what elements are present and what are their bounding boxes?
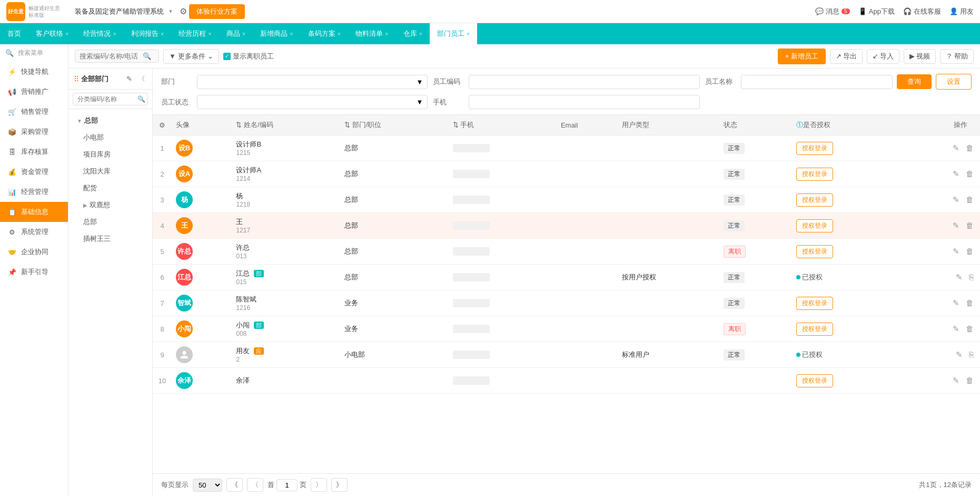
prev-page-button[interactable]: 〈	[247, 478, 263, 492]
copy-button[interactable]: ⎘	[967, 271, 976, 283]
close-icon[interactable]: ×	[338, 31, 341, 37]
dept-item-small-electric[interactable]: 小电部	[68, 129, 152, 146]
close-icon[interactable]: ×	[419, 31, 422, 37]
app-download-button[interactable]: 📱 App下载	[858, 7, 895, 16]
tab-home[interactable]: 首页	[0, 23, 28, 44]
dept-item-peihu[interactable]: 配货	[68, 180, 152, 197]
collapse-button[interactable]: 《	[136, 73, 147, 84]
edit-button[interactable]: ✎	[951, 142, 962, 154]
dept-item-shuanglu[interactable]: ▶双鹿想	[68, 197, 152, 213]
sidebar-item-guide[interactable]: 📌 新手引导	[0, 262, 68, 282]
query-button[interactable]: 查询	[897, 74, 932, 89]
delete-button[interactable]: 🗑	[964, 297, 976, 308]
delete-button[interactable]: 🗑	[964, 168, 976, 179]
delete-button[interactable]: 🗑	[964, 194, 976, 205]
add-employee-button[interactable]: + 新增员工	[778, 48, 826, 64]
auth-button[interactable]: 授权登录	[796, 245, 833, 258]
gear-icon[interactable]: ⚙	[177, 4, 189, 18]
edit-button[interactable]: ✎	[954, 271, 965, 283]
online-service-button[interactable]: 🎧 在线客服	[903, 7, 941, 16]
close-icon[interactable]: ×	[242, 31, 245, 37]
edit-button[interactable]: ✎	[951, 220, 962, 231]
tab-operation[interactable]: 经营情况 ×	[76, 23, 123, 44]
col-name-code[interactable]: ⇅ 姓名/编码	[232, 115, 340, 135]
edit-button[interactable]: ✎	[951, 323, 962, 335]
trial-button[interactable]: 体验行业方案	[189, 4, 245, 19]
dept-select[interactable]: ▼	[197, 75, 428, 89]
edit-button[interactable]: ✎	[951, 297, 962, 309]
edit-button[interactable]: ✎	[951, 246, 962, 257]
sidebar-item-inventory[interactable]: 🗄 库存核算	[0, 142, 68, 162]
edit-button[interactable]: ✎	[951, 168, 962, 180]
help-button[interactable]: ？ 帮助	[940, 49, 974, 64]
col-settings[interactable]: ⚙	[153, 115, 172, 135]
tab-bom[interactable]: 物料清单 ×	[348, 23, 395, 44]
close-icon[interactable]: ×	[113, 31, 116, 37]
last-page-button[interactable]: 》	[331, 478, 348, 492]
dept-search-input[interactable]	[73, 93, 148, 105]
dept-item-chaoshu[interactable]: 插树王三	[68, 230, 152, 247]
video-button[interactable]: ▶ 视频	[904, 49, 936, 64]
next-page-button[interactable]: 〉	[311, 478, 327, 492]
tab-add-goods[interactable]: 新增商品 ×	[253, 23, 300, 44]
phone-input[interactable]	[469, 95, 699, 109]
sidebar-item-finance[interactable]: 💰 资金管理	[0, 162, 68, 182]
delete-button[interactable]: 🗑	[964, 375, 976, 386]
export-button[interactable]: ↗ 导出	[830, 49, 863, 64]
tab-profit[interactable]: 利润报告 ×	[124, 23, 171, 44]
close-icon[interactable]: ×	[65, 31, 68, 37]
edit-button[interactable]: ✎	[951, 375, 962, 386]
tab-customer[interactable]: 客户联络 ×	[28, 23, 76, 44]
close-icon[interactable]: ×	[161, 31, 164, 37]
first-page-button[interactable]: 《	[226, 478, 243, 492]
dept-item-zongbu[interactable]: 总部	[68, 213, 152, 230]
sidebar-item-operation[interactable]: 📊 经营管理	[0, 182, 68, 202]
col-phone[interactable]: ⇅ 手机	[449, 115, 557, 135]
sidebar-item-quick-nav[interactable]: ⚡ 快捷导航	[0, 62, 68, 82]
auth-button[interactable]: 授权登录	[796, 297, 833, 310]
dept-item-project-warehouse[interactable]: 项目库房	[68, 146, 152, 163]
col-dept-role[interactable]: ⇅ 部门/职位	[340, 115, 449, 135]
tab-warehouse[interactable]: 仓库 ×	[396, 23, 430, 44]
delete-button[interactable]: 🗑	[964, 323, 976, 334]
sidebar-item-marketing[interactable]: 📢 营销推广	[0, 82, 68, 102]
dept-item-general[interactable]: ▼总部	[68, 112, 152, 129]
sidebar-item-system[interactable]: ⚙ 系统管理	[0, 222, 68, 242]
emp-code-input[interactable]	[469, 75, 699, 89]
edit-button[interactable]: ✎	[954, 349, 965, 361]
emp-status-select[interactable]: ▼	[197, 95, 428, 109]
close-icon[interactable]: ×	[467, 31, 470, 37]
page-number-input[interactable]	[276, 479, 298, 491]
copy-button[interactable]: ⎘	[967, 349, 976, 360]
auth-button[interactable]: 授权登录	[796, 219, 833, 232]
auth-button[interactable]: 授权登录	[796, 142, 833, 155]
dept-settings-button[interactable]: ✎	[124, 73, 134, 85]
sidebar-item-purchase[interactable]: 📦 采购管理	[0, 122, 68, 142]
emp-name-input[interactable]	[741, 75, 893, 89]
edit-button[interactable]: ✎	[951, 194, 962, 206]
sidebar-item-basic[interactable]: 📋 基础信息	[0, 202, 68, 222]
delete-button[interactable]: 🗑	[964, 220, 976, 231]
per-page-select[interactable]: 50 20 100	[193, 479, 222, 492]
show-inactive-checkbox[interactable]: ✓ 显示离职员工	[223, 52, 274, 61]
close-icon[interactable]: ×	[208, 31, 211, 37]
auth-button[interactable]: 授权登录	[796, 323, 833, 336]
sidebar-search[interactable]: 🔍 搜索菜单	[0, 44, 68, 62]
tab-barcode[interactable]: 条码方案 ×	[301, 23, 348, 44]
search-input[interactable]	[80, 52, 143, 60]
auth-button[interactable]: 授权登录	[796, 374, 833, 387]
close-icon[interactable]: ×	[290, 31, 293, 37]
tab-history[interactable]: 经营历程 ×	[171, 23, 219, 44]
delete-button[interactable]: 🗑	[964, 142, 976, 153]
auth-button[interactable]: 授权登录	[796, 168, 833, 181]
import-button[interactable]: ↙ 导入	[867, 49, 899, 64]
sidebar-item-sales[interactable]: 🛒 销售管理	[0, 102, 68, 122]
search-box[interactable]: 🔍	[75, 50, 159, 63]
message-button[interactable]: 💬 消息 5	[815, 7, 850, 16]
sidebar-item-corp[interactable]: 🤝 企业协同	[0, 242, 68, 262]
tab-employees[interactable]: 部门员工 ×	[430, 23, 477, 44]
set-button[interactable]: 设置	[936, 74, 972, 90]
more-filter-button[interactable]: ▼ 更多条件 ⌄	[163, 49, 219, 64]
user-avatar[interactable]: 👤 用友	[949, 7, 974, 16]
delete-button[interactable]: 🗑	[964, 246, 976, 257]
